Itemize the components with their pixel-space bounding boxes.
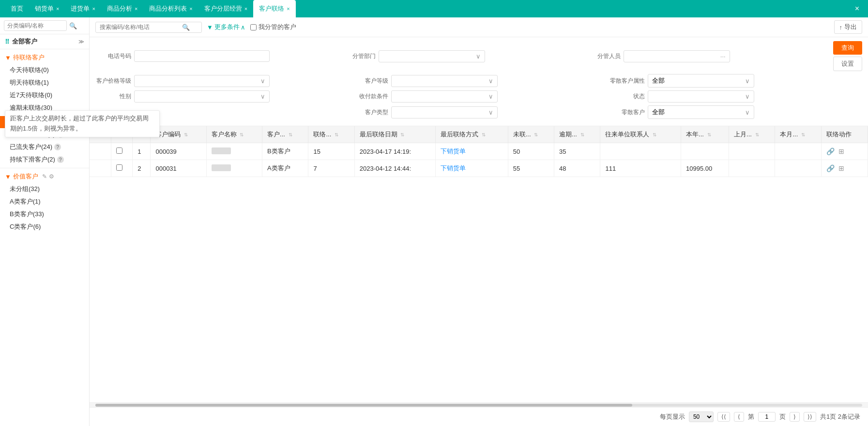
my-customer-checkbox[interactable]: [250, 24, 257, 30]
close-product-analysis-icon[interactable]: ×: [135, 6, 137, 12]
more-filter-button[interactable]: ▼ 更多条件 ∧: [207, 23, 245, 31]
close-customer-contact-icon[interactable]: ×: [287, 6, 289, 12]
horizontal-scrollbar[interactable]: [90, 402, 868, 407]
payment-select[interactable]: ∨: [391, 90, 498, 103]
page-input[interactable]: [758, 412, 776, 422]
price-grade-select[interactable]: ∨: [134, 75, 270, 87]
nav-product-analysis-list[interactable]: 商品分析列表 ×: [143, 0, 198, 17]
nav-purchase[interactable]: 进货单 ×: [65, 0, 101, 17]
nav-customer-contact[interactable]: 客户联络 ×: [253, 0, 295, 17]
gender-select[interactable]: ∨: [134, 90, 270, 103]
customer-grade-arrow-icon: ∨: [488, 77, 493, 85]
close-sales-icon[interactable]: ×: [56, 6, 59, 12]
value-customer-settings-icon[interactable]: ⚙: [49, 173, 54, 180]
row1-link-icon[interactable]: 🔗: [826, 147, 835, 155]
prev-page-button[interactable]: ⟨: [734, 412, 744, 422]
row1-index: 1: [133, 143, 151, 160]
settings-button[interactable]: 设置: [833, 57, 862, 71]
row2-link-icon[interactable]: 🔗: [826, 164, 835, 172]
row1-settings: [90, 143, 111, 160]
row1-grid-icon[interactable]: ⊞: [838, 147, 844, 155]
filter-retail-customer: 零散客户 全部 ∨: [609, 105, 862, 119]
filter-customer-grade: 客户等级 ∨: [352, 75, 606, 87]
col-overdue[interactable]: 逾期... ⇅: [554, 126, 600, 143]
nav-home[interactable]: 首页: [5, 0, 29, 17]
col-last-month[interactable]: 上月... ⇅: [729, 126, 775, 143]
row2-overdue: 48: [554, 160, 600, 177]
window-close-button[interactable]: ×: [851, 4, 863, 13]
close-product-analysis-list-icon[interactable]: ×: [189, 6, 192, 12]
declining-help-icon[interactable]: ?: [57, 156, 64, 163]
sort-type-icon: ⇅: [289, 132, 292, 137]
retail-customer-select[interactable]: 全部 ∨: [648, 105, 754, 119]
query-button[interactable]: 查询: [833, 41, 862, 55]
sidebar-search-input[interactable]: [4, 20, 67, 31]
retail-attr-select[interactable]: 全部 ∨: [648, 74, 754, 88]
sidebar-item-unclassified[interactable]: 未分组(32): [0, 183, 89, 195]
nav-product-analysis[interactable]: 商品分析 ×: [101, 0, 143, 17]
close-customer-tier-icon[interactable]: ×: [244, 6, 247, 12]
phone-input[interactable]: [134, 50, 270, 62]
data-table-container: ⚙ 客户编码 ⇅ 客户名称 ⇅: [90, 126, 868, 402]
row2-grid-icon[interactable]: ⊞: [838, 164, 844, 172]
col-last-contact-method[interactable]: 最后联络方式 ⇅: [436, 126, 508, 143]
col-contact-count[interactable]: 联络... ⇅: [308, 126, 354, 143]
row2-last-date: 2023-04-12 14:44:: [354, 160, 435, 177]
last-page-button[interactable]: ⟩⟩: [804, 412, 816, 422]
filter-bar: 🔍 ▼ 更多条件 ∧ 我分管的客户 ↑ 导出: [90, 17, 868, 37]
col-customer-type[interactable]: 客户... ⇅: [262, 126, 308, 143]
data-table: ⚙ 客户编码 ⇅ 客户名称 ⇅: [90, 126, 868, 177]
col-this-year[interactable]: 本年... ⇅: [681, 126, 729, 143]
row1-this-year: [681, 143, 729, 160]
churned-help-icon[interactable]: ?: [54, 144, 61, 150]
sort-code-icon: ⇅: [184, 132, 188, 137]
row1-select-checkbox[interactable]: [116, 147, 122, 154]
table-row: 1 000039 B类客户 15: [90, 143, 868, 160]
close-purchase-icon[interactable]: ×: [92, 6, 95, 12]
sidebar-item-class-b[interactable]: B类客户(33): [0, 208, 89, 220]
sidebar-collapse-btn[interactable]: ≫: [78, 39, 84, 45]
scroll-thumb[interactable]: [95, 404, 632, 407]
row2-select-checkbox[interactable]: [116, 164, 122, 171]
export-icon: ↑: [839, 24, 843, 31]
status-select[interactable]: ∨: [648, 90, 754, 103]
sidebar-item-class-c[interactable]: C类客户(6): [0, 220, 89, 233]
customer-type-select[interactable]: ∨: [391, 106, 498, 118]
sidebar-search-icon[interactable]: 🔍: [69, 22, 77, 29]
dept-select[interactable]: ∨: [379, 50, 485, 62]
nav-sales[interactable]: 销货单 ×: [29, 0, 65, 17]
col-no-contact[interactable]: 未联... ⇅: [508, 126, 554, 143]
col-customer-name[interactable]: 客户名称 ⇅: [206, 126, 262, 143]
nav-customer-tier[interactable]: 客户分层经营 ×: [198, 0, 253, 17]
sidebar-item-declining[interactable]: 持续下滑客户(2) ?: [0, 153, 89, 166]
sidebar-item-today[interactable]: 今天待联络(0): [0, 64, 89, 76]
sidebar-item-class-a[interactable]: A类客户(1): [0, 195, 89, 208]
per-page-select[interactable]: 50 10 20 100: [689, 411, 714, 422]
first-page-button[interactable]: ⟨⟨: [717, 412, 730, 422]
filter-retail-attr: 零散客户属性 全部 ∨: [609, 74, 862, 88]
row1-last-month: [729, 143, 775, 160]
sidebar-item-tomorrow[interactable]: 明天待联络(1): [0, 76, 89, 89]
row2-method-link[interactable]: 下销货单: [441, 164, 466, 172]
col-unit-contact[interactable]: 往来单位联系人 ⇅: [600, 126, 681, 143]
col-action: 联络动作: [821, 126, 868, 143]
pending-contact-group[interactable]: ▼ 待联络客户: [0, 51, 89, 64]
row1-code: 000039: [151, 143, 206, 160]
col-this-month[interactable]: 本月... ⇅: [775, 126, 821, 143]
export-button[interactable]: ↑ 导出: [834, 20, 863, 34]
row2-unit-contact: 111: [600, 160, 681, 177]
value-customer-group[interactable]: ▼ 价值客户 ✎ ⚙: [0, 170, 89, 183]
col-last-contact-date[interactable]: 最后联络日期 ⇅: [354, 126, 435, 143]
filter-status: 状态 ∨: [609, 90, 862, 103]
customer-grade-select[interactable]: ∨: [391, 75, 498, 87]
search-input[interactable]: [100, 24, 182, 30]
row1-method-link[interactable]: 下销货单: [441, 147, 466, 155]
sidebar-item-churned[interactable]: 已流失客户(24) ?: [0, 141, 89, 153]
sort-contact-icon: ⇅: [335, 132, 338, 137]
value-customer-edit-icon[interactable]: ✎: [42, 173, 47, 180]
person-select[interactable]: ···: [624, 50, 730, 62]
search-icon[interactable]: 🔍: [182, 24, 190, 31]
filter-row-1: 电话号码 分管部门 ∨ 分管人员 ···: [95, 41, 862, 71]
sidebar-item-7days[interactable]: 近7天待联络(0): [0, 89, 89, 102]
next-page-button[interactable]: ⟩: [790, 412, 800, 422]
